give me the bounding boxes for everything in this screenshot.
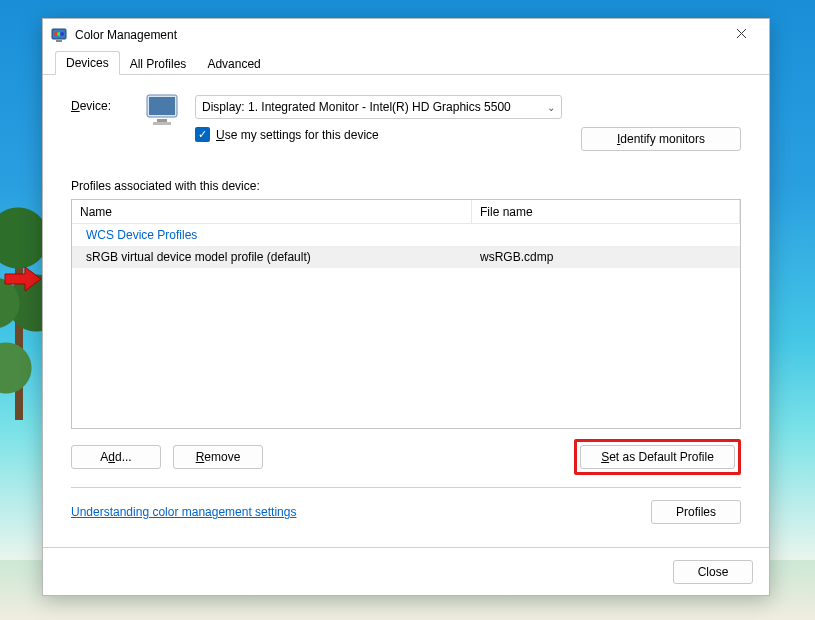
tab-advanced[interactable]: Advanced bbox=[196, 52, 271, 75]
chevron-down-icon: ⌄ bbox=[547, 102, 555, 113]
close-button[interactable] bbox=[721, 21, 761, 49]
tab-content: Device: Display: 1. Integrated Monitor -… bbox=[43, 75, 769, 547]
tab-strip: Devices All Profiles Advanced bbox=[43, 51, 769, 75]
understanding-link[interactable]: Understanding color management settings bbox=[71, 505, 296, 519]
desktop-background: Color Management Devices All Profiles Ad… bbox=[0, 0, 815, 620]
monitor-icon bbox=[145, 93, 181, 127]
list-header: Name File name bbox=[72, 200, 740, 224]
divider bbox=[71, 487, 741, 488]
profile-item-file: wsRGB.cdmp bbox=[472, 246, 740, 268]
color-management-window: Color Management Devices All Profiles Ad… bbox=[42, 18, 770, 596]
annotation-highlight: Set as Default Profile bbox=[574, 439, 741, 475]
device-controls: Display: 1. Integrated Monitor - Intel(R… bbox=[195, 95, 562, 142]
titlebar[interactable]: Color Management bbox=[43, 19, 769, 51]
device-right-col: Identify monitors bbox=[576, 95, 741, 151]
identify-monitors-button[interactable]: Identify monitors bbox=[581, 127, 741, 151]
svg-point-4 bbox=[60, 32, 64, 36]
tab-devices[interactable]: Devices bbox=[55, 51, 120, 75]
checkbox-checked-icon: ✓ bbox=[195, 127, 210, 142]
profile-item-name: sRGB virtual device model profile (defau… bbox=[72, 246, 472, 268]
profile-item[interactable]: sRGB virtual device model profile (defau… bbox=[72, 246, 740, 268]
profile-group[interactable]: WCS Device Profiles bbox=[72, 224, 740, 246]
column-name[interactable]: Name bbox=[72, 200, 472, 223]
profiles-section-label: Profiles associated with this device: bbox=[71, 179, 741, 193]
window-title: Color Management bbox=[75, 28, 177, 42]
svg-rect-7 bbox=[157, 119, 167, 122]
device-select-value: Display: 1. Integrated Monitor - Intel(R… bbox=[202, 100, 511, 114]
device-label: Device: bbox=[71, 95, 131, 113]
use-settings-checkbox-row[interactable]: ✓ Use my settings for this device bbox=[195, 127, 562, 142]
use-settings-label: Use my settings for this device bbox=[216, 128, 379, 142]
device-select[interactable]: Display: 1. Integrated Monitor - Intel(R… bbox=[195, 95, 562, 119]
svg-rect-1 bbox=[56, 40, 62, 42]
profile-button-row: Add... Remove Set as Default Profile bbox=[71, 439, 741, 475]
set-default-button[interactable]: Set as Default Profile bbox=[580, 445, 735, 469]
tab-all-profiles[interactable]: All Profiles bbox=[119, 52, 198, 75]
device-row: Device: Display: 1. Integrated Monitor -… bbox=[71, 95, 741, 151]
profiles-button[interactable]: Profiles bbox=[651, 500, 741, 524]
remove-button[interactable]: Remove bbox=[173, 445, 263, 469]
app-icon bbox=[51, 27, 67, 43]
svg-rect-6 bbox=[149, 97, 175, 115]
column-file[interactable]: File name bbox=[472, 200, 740, 223]
profiles-list[interactable]: Name File name WCS Device Profiles sRGB … bbox=[71, 199, 741, 429]
close-icon bbox=[736, 28, 747, 42]
close-dialog-button[interactable]: Close bbox=[673, 560, 753, 584]
add-button[interactable]: Add... bbox=[71, 445, 161, 469]
svg-rect-8 bbox=[153, 122, 171, 125]
dialog-footer: Close bbox=[43, 547, 769, 595]
